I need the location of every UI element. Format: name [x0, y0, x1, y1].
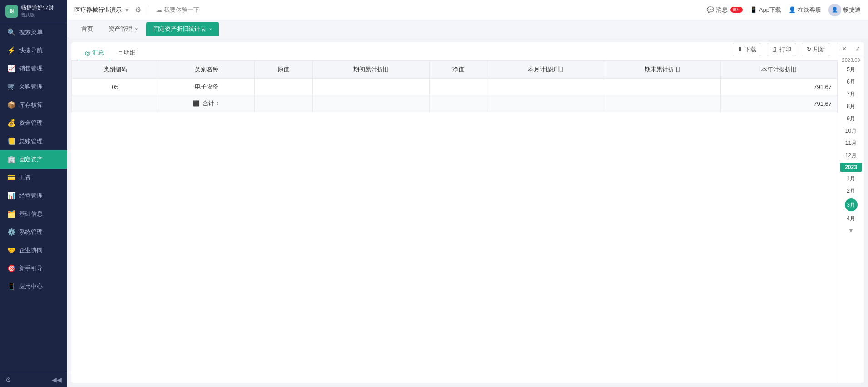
- sidebar-item-finance[interactable]: 💰 资金管理: [0, 114, 67, 132]
- table-row: 05 电子设备 791.67: [72, 79, 838, 95]
- purchase-nav-icon: 🛒: [7, 83, 15, 91]
- sidebar-item-inventory[interactable]: 📦 库存核算: [0, 96, 67, 114]
- experience-btn[interactable]: ☁ 我要体验一下: [156, 6, 199, 14]
- sidebar-item-operations[interactable]: 📊 经营管理: [0, 187, 67, 205]
- summary-icon: ◎: [85, 49, 90, 56]
- date-month-7[interactable]: 7月: [838, 88, 864, 100]
- sidebar-item-purchase[interactable]: 🛒 采购管理: [0, 78, 67, 96]
- sidebar-item-fixed-assets[interactable]: 🏢 固定资产: [0, 150, 67, 169]
- row-year-dep: 791.67: [720, 79, 837, 95]
- col-header-end-accum: 期末累计折旧: [604, 61, 720, 79]
- date-month-5[interactable]: 5月: [838, 64, 864, 76]
- online-service-btn[interactable]: 👤 在线客服: [789, 6, 821, 14]
- depreciation-table-container: 类别编码 类别名称 原值 期初累计折旧 净值 本月计提折旧 期末累计折旧 本年计…: [71, 60, 838, 383]
- sidebar-item-salary[interactable]: 💳 工资: [0, 169, 67, 187]
- date-nav: ▼: [838, 225, 864, 236]
- message-icon: 💬: [707, 6, 714, 13]
- sidebar-item-label-app-center: 应用中心: [19, 283, 43, 291]
- date-month-9[interactable]: 9月: [838, 113, 864, 125]
- row-name: 电子设备: [159, 79, 255, 95]
- messages-label: 消息: [716, 6, 728, 14]
- experience-label: 我要体验一下: [164, 6, 199, 14]
- download-icon: 📱: [750, 6, 757, 13]
- sidebar-item-search[interactable]: 🔍 搜索菜单: [0, 23, 67, 41]
- app-download-label: App下载: [759, 6, 781, 14]
- toolbar-actions: ⬇ 下载 🖨 打印 ↻ 刷新: [733, 43, 830, 60]
- date-month-10[interactable]: 10月: [838, 125, 864, 137]
- date-month-6[interactable]: 6月: [838, 76, 864, 88]
- tab-depreciation-close-icon[interactable]: ×: [209, 26, 212, 32]
- sub-tab-bar: ◎ 汇总 ≡ 明细: [79, 42, 733, 60]
- sidebar-item-label-inventory: 库存核算: [19, 101, 43, 109]
- print-btn[interactable]: 🖨 打印: [767, 43, 796, 56]
- date-month-1[interactable]: 1月: [838, 173, 864, 185]
- depreciation-table: 类别编码 类别名称 原值 期初累计折旧 净值 本月计提折旧 期末累计折旧 本年计…: [71, 60, 838, 112]
- sidebar-item-label-finance: 资金管理: [19, 119, 43, 127]
- sidebar-item-label-basic-info: 基础信息: [19, 210, 43, 218]
- sidebar: 财 畅捷通好业财 普及版 🔍 搜索菜单 ⚡ 快捷导航 📈 销售管理 🛒 采购管理…: [0, 0, 67, 387]
- tab-asset-label: 资产管理: [109, 25, 132, 33]
- download-btn[interactable]: ⬇ 下载: [733, 43, 761, 56]
- sidebar-item-ledger[interactable]: 📒 总账管理: [0, 132, 67, 150]
- user-avatar: 👤: [828, 4, 841, 16]
- sidebar-item-app-center[interactable]: 📱 应用中心: [0, 278, 67, 296]
- messages-btn[interactable]: 💬 消息 99+: [707, 6, 743, 14]
- topbar-settings-icon[interactable]: ⚙: [135, 5, 141, 14]
- date-nav-down-btn[interactable]: ▼: [848, 227, 854, 234]
- app-download-btn[interactable]: 📱 App下载: [750, 6, 781, 14]
- sidebar-item-label-enterprise: 企业协同: [19, 246, 43, 254]
- col-header-name: 类别名称: [159, 61, 255, 79]
- row-net-value: [429, 79, 487, 95]
- company-name: 医疗器械行业演示: [74, 6, 122, 14]
- date-month-12[interactable]: 12月: [838, 149, 864, 162]
- basic-info-nav-icon: 🗂️: [7, 210, 15, 218]
- sub-tab-summary[interactable]: ◎ 汇总: [79, 46, 110, 60]
- total-month-dep: [487, 95, 604, 112]
- settings-footer-icon[interactable]: ⚙: [5, 376, 11, 383]
- main-area: 医疗器械行业演示 ▼ ⚙ ☁ 我要体验一下 💬 消息 99+ 📱 App下载 👤…: [67, 0, 868, 387]
- sidebar-item-label-sales: 销售管理: [19, 64, 43, 73]
- sales-nav-icon: 📈: [7, 64, 15, 73]
- topbar: 医疗器械行业演示 ▼ ⚙ ☁ 我要体验一下 💬 消息 99+ 📱 App下载 👤…: [67, 0, 868, 20]
- sidebar-item-basic-info[interactable]: 🗂️ 基础信息: [0, 205, 67, 223]
- current-year-label[interactable]: 2023: [840, 163, 862, 172]
- tab-asset-close-icon[interactable]: ×: [135, 26, 138, 32]
- service-icon: 👤: [789, 6, 796, 13]
- tab-asset-management[interactable]: 资产管理 ×: [102, 22, 144, 36]
- row-initial-accum: [312, 79, 429, 95]
- sidebar-toggle-btn[interactable]: ◀◀: [52, 376, 62, 383]
- user-info[interactable]: 👤 畅捷通: [828, 4, 861, 16]
- topbar-right-actions: 💬 消息 99+ 📱 App下载 👤 在线客服 👤 畅捷通: [707, 4, 861, 16]
- sidebar-item-enterprise[interactable]: 🤝 企业协同: [0, 241, 67, 259]
- row-end-accum: [604, 79, 720, 95]
- date-month-3-active[interactable]: 3月: [845, 198, 858, 211]
- date-sidebar-expand-btn[interactable]: ⤢: [855, 45, 860, 52]
- date-month-8[interactable]: 8月: [838, 100, 864, 113]
- sidebar-item-label-fixed-assets: 固定资产: [19, 155, 43, 164]
- total-initial-accum: [312, 95, 429, 112]
- sidebar-item-system[interactable]: ⚙️ 系统管理: [0, 223, 67, 241]
- sub-tab-detail[interactable]: ≡ 明细: [112, 46, 142, 60]
- row-month-dep: [487, 79, 604, 95]
- sidebar-item-guide[interactable]: 🎯 新手引导: [0, 259, 67, 278]
- tab-home[interactable]: 首页: [74, 22, 100, 36]
- sidebar-item-sales[interactable]: 📈 销售管理: [0, 60, 67, 78]
- sidebar-item-label-system: 系统管理: [19, 228, 43, 236]
- company-selector[interactable]: 医疗器械行业演示 ▼: [74, 6, 129, 14]
- app-name: 畅捷通好业财: [21, 5, 54, 12]
- sidebar-item-label-quick-nav: 快捷导航: [19, 46, 43, 55]
- date-sidebar-close-btn[interactable]: ✕: [842, 45, 847, 52]
- sidebar-item-label-purchase: 采购管理: [19, 83, 43, 91]
- date-month-11[interactable]: 11月: [838, 137, 864, 149]
- date-sidebar-header: ✕ ⤢: [838, 42, 864, 55]
- date-sidebar: ✕ ⤢ 2023.03 5月 6月 7月 8月 9月 10月 11月 12月 2…: [838, 42, 864, 383]
- refresh-btn[interactable]: ↻ 刷新: [802, 43, 830, 56]
- date-month-2[interactable]: 2月: [838, 185, 864, 197]
- total-original: [255, 95, 312, 112]
- tab-depreciation-table[interactable]: 固定资产折旧统计表 ×: [146, 22, 218, 36]
- sidebar-nav: 🔍 搜索菜单 ⚡ 快捷导航 📈 销售管理 🛒 采购管理 📦 库存核算 💰 资金管…: [0, 23, 67, 372]
- sidebar-item-quick-nav[interactable]: ⚡ 快捷导航: [0, 41, 67, 60]
- inventory-nav-icon: 📦: [7, 101, 15, 109]
- fixed-assets-nav-icon: 🏢: [7, 155, 15, 164]
- date-month-4[interactable]: 4月: [838, 213, 864, 225]
